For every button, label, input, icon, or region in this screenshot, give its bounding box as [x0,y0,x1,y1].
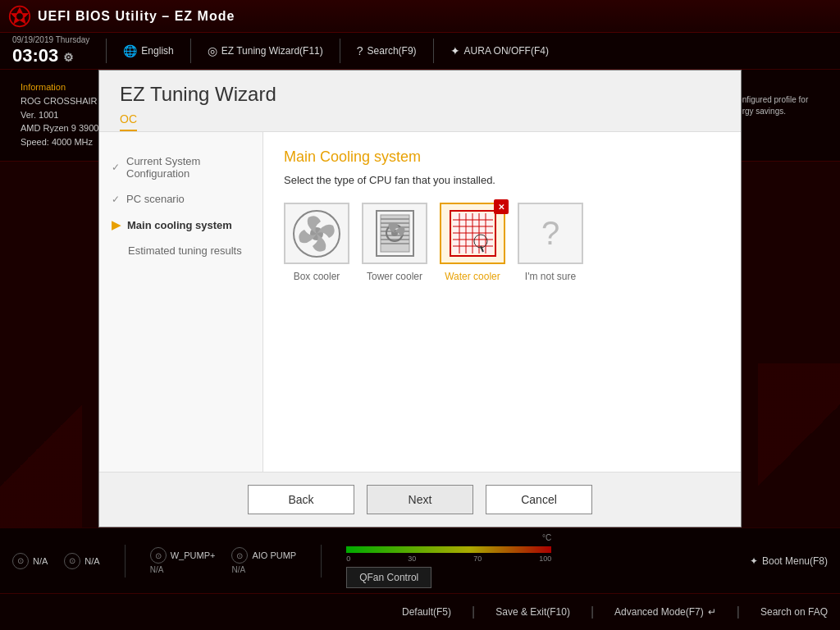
cooler-option-tower[interactable]: Tower cooler [362,203,427,282]
step-arrow-icon: ▶ [112,218,121,231]
gear-icon[interactable]: ⚙ [63,51,74,64]
unsure-cooler-icon: ? [518,203,583,264]
fan-item-2: ⊙ N/A [64,553,99,569]
bottom-bar: Default(F5) | Save & Exit(F10) | Advance… [0,593,840,630]
default-button[interactable]: Default(F5) [402,606,451,618]
cooling-desc: Select the type of CPU fan that you inst… [284,174,720,186]
step-pc-scenario: ✓ PC scenario [112,186,250,212]
w-pump-item: ⊙ W_PUMP+ N/A [150,547,216,574]
question-icon: ? [541,215,559,252]
step-label: Current System Configuration [126,155,250,180]
header-bar: UEFI BIOS Utility – EZ Mode [0,0,840,33]
wizard-tabs: OC [120,112,720,131]
separator4 [433,39,434,63]
date-display: 09/19/2019 Thursday [12,35,89,45]
next-button[interactable]: Next [367,485,473,514]
step-tuning-results: Estimated tuning results [112,238,250,263]
fan-svg [292,209,341,258]
language-selector[interactable]: 🌐 English [123,44,173,57]
bottom-sep2: | [591,605,594,619]
water-svg [446,207,500,260]
boot-icon: ✦ [750,555,758,567]
w-pump-icon: ⊙ [150,547,167,564]
rog-icon [8,5,31,28]
step-label2: PC scenario [126,193,185,205]
advanced-icon: ↵ [708,606,716,618]
step-label4: Estimated tuning results [128,244,242,257]
fan-icon-1: ⊙ [12,553,29,569]
fan-item-1: ⊙ N/A [12,553,48,569]
qfan-button[interactable]: QFan Control [346,567,431,588]
water-cooler-icon: ✕ [440,203,505,264]
temp-bar [346,546,551,553]
boot-menu-button[interactable]: ✦ Boot Menu(F8) [750,555,828,567]
box-cooler-label: Box cooler [294,271,340,282]
app-title: UEFI BIOS Utility – EZ Mode [38,9,235,24]
cooler-option-box[interactable]: Box cooler [284,203,349,282]
cooling-panel: Main Cooling system Select the type of C… [263,132,741,472]
svg-point-2 [16,12,24,20]
separator [106,39,107,63]
w-pump-value: N/A [150,565,164,574]
time-display: 03:03 ⚙ [12,45,89,66]
separator2 [190,39,191,63]
wizard-modal: EZ Tuning Wizard OC ✓ Current System Con… [98,70,742,527]
fan-separator [125,545,126,578]
tower-svg [368,207,422,260]
aio-pump-name: AIO PUMP [252,550,296,560]
advanced-mode-button[interactable]: Advanced Mode(F7) ↵ [614,606,716,618]
search-button[interactable]: ? Search(F9) [357,44,417,57]
tower-cooler-icon [362,203,427,264]
fan-name-1: N/A [33,556,48,566]
step-check-icon: ✓ [112,162,120,173]
step-check-icon2: ✓ [112,194,120,205]
fan-strip: ⊙ N/A ⊙ N/A ⊙ W_PUMP+ N/A ⊙ AIO PUMP N/A… [0,527,840,593]
water-cooler-label: Water cooler [445,271,500,282]
wizard-title: EZ Tuning Wizard [120,83,720,106]
aio-pump-value: N/A [231,565,245,574]
bottom-sep1: | [472,605,475,619]
wizard-header: EZ Tuning Wizard OC [99,71,741,132]
bottom-sep3: | [737,605,740,619]
temp-unit: °C [542,533,551,542]
cancel-button[interactable]: Cancel [486,485,592,514]
aura-button[interactable]: ✦ AURA ON/OFF(F4) [450,44,549,57]
datetime-display: 09/19/2019 Thursday 03:03 ⚙ [12,35,89,66]
ez-wizard-button[interactable]: ◎ EZ Tuning Wizard(F11) [208,44,323,57]
fan-name-2: N/A [84,556,99,566]
step-current-config: ✓ Current System Configuration [112,148,250,186]
aura-icon: ✦ [450,44,460,57]
tab-oc[interactable]: OC [120,112,137,131]
search-icon: ? [357,44,363,57]
steps-panel: ✓ Current System Configuration ✓ PC scen… [99,132,263,472]
cooler-options: Box cooler [284,203,720,282]
wizard-footer: Back Next Cancel [99,472,741,527]
fan-separator2 [321,545,322,578]
box-cooler-icon [284,203,349,264]
aio-pump-item: ⊙ AIO PUMP N/A [231,547,296,574]
step-label3: Main cooling system [127,219,232,231]
save-exit-button[interactable]: Save & Exit(F10) [495,606,570,618]
aio-pump-icon: ⊙ [231,547,248,564]
deco-right [758,363,840,527]
tower-cooler-label: Tower cooler [367,271,422,282]
temp-labels: 0 30 70 100 [346,555,551,563]
fan-icon-2: ⊙ [64,553,80,569]
deco-left [0,363,82,527]
cooler-option-unsure[interactable]: ? I'm not sure [518,203,583,282]
cooler-option-water[interactable]: ✕ [440,203,505,282]
temp-graph: °C 0 30 70 100 QFan Control [346,529,551,592]
globe-icon: 🌐 [123,44,137,57]
back-button[interactable]: Back [248,485,354,514]
wizard-body: ✓ Current System Configuration ✓ PC scen… [99,132,741,472]
wizard-icon: ◎ [208,44,217,57]
info-bar: 09/19/2019 Thursday 03:03 ⚙ 🌐 English ◎ … [0,33,840,70]
water-badge: ✕ [494,199,509,214]
w-pump-name: W_PUMP+ [171,550,216,560]
step-main-cooling: ▶ Main cooling system [112,212,250,238]
cooling-title: Main Cooling system [284,148,720,166]
search-faq-button[interactable]: Search on FAQ [760,606,828,618]
rog-logo-area: UEFI BIOS Utility – EZ Mode [8,5,235,28]
separator3 [340,39,340,63]
unsure-cooler-label: I'm not sure [525,271,576,282]
